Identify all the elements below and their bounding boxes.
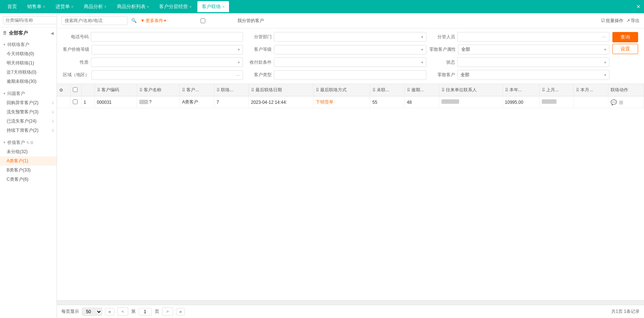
- declining-label: 持续下滑客户(2): [7, 127, 39, 134]
- td-last-month: [539, 96, 574, 108]
- nav-customer-segment-close[interactable]: ×: [189, 5, 192, 9]
- nav-product-analysis[interactable]: 商品分析 ×: [79, 1, 111, 12]
- manager-input[interactable]: ···: [457, 32, 609, 42]
- nav-sales[interactable]: 销售单 ×: [23, 1, 50, 12]
- th-unit-contact[interactable]: ⠿ 往来单位联系人: [439, 84, 502, 96]
- region-input[interactable]: ···: [92, 70, 243, 80]
- link-action-icon[interactable]: ⊞: [619, 99, 623, 105]
- nature-input[interactable]: ▾: [91, 57, 243, 67]
- sidebar-item-today[interactable]: 今天待联络(0): [0, 49, 57, 59]
- th-last-date[interactable]: ⠿ 最后联络日期: [248, 84, 313, 96]
- value-refresh-icon[interactable]: ↻: [26, 141, 29, 145]
- nav-product-list-close[interactable]: ×: [147, 5, 149, 9]
- select-all-checkbox[interactable]: [73, 87, 78, 92]
- sidebar-item-repurchase-abnormal[interactable]: 回购异常客户(2) ℹ: [0, 98, 57, 107]
- th-type[interactable]: ⠿ 客户...: [180, 84, 214, 96]
- next-page-btn[interactable]: ＞: [162, 307, 173, 316]
- nav-home[interactable]: 首页: [3, 1, 21, 12]
- my-customers-check[interactable]: [170, 18, 236, 23]
- th-this-month[interactable]: ⠿ 本月...: [574, 84, 608, 96]
- query-button[interactable]: 查询: [612, 32, 638, 42]
- retail-customer-chevron: ▾: [604, 73, 606, 77]
- nav-customer-contact-close[interactable]: ×: [222, 5, 225, 9]
- nav-customer-contact[interactable]: 客户联络 ×: [197, 1, 229, 12]
- settings-button[interactable]: 设置: [612, 44, 638, 54]
- filter-status: 状态 ▾: [429, 57, 609, 67]
- sidebar-search-input[interactable]: [3, 16, 57, 24]
- per-page-select[interactable]: 50 100: [82, 308, 102, 316]
- batch-operations-btn[interactable]: ☑ 批量操作: [601, 18, 623, 24]
- sidebar-item-churned[interactable]: 已流失客户(24) ℹ: [0, 117, 57, 126]
- sidebar-all-customers[interactable]: ⠿ 全部客户 ◀: [0, 28, 57, 39]
- th-overdue[interactable]: ⠿ 逾期...: [404, 84, 439, 96]
- window-close-icon[interactable]: ×: [636, 3, 640, 11]
- payment-label: 收付款条件: [246, 59, 272, 66]
- page-input[interactable]: [139, 308, 152, 315]
- retail-attr-chevron: ▾: [604, 47, 606, 52]
- value-add-icon[interactable]: ☰: [30, 141, 33, 145]
- th-gear[interactable]: ⚙: [57, 84, 70, 96]
- nav-customer-segment[interactable]: 客户分层经营 ×: [155, 1, 196, 12]
- my-customers-checkbox[interactable]: 我分管的客户: [170, 18, 264, 24]
- dept-input[interactable]: ▾: [274, 32, 426, 42]
- td-checkbox[interactable]: [70, 96, 81, 108]
- more-filters-btn[interactable]: ▼ 更多条件 ▾: [140, 18, 166, 24]
- th-code[interactable]: ⠿ 客户编码: [94, 84, 137, 96]
- price-level-input[interactable]: ▾: [92, 45, 243, 54]
- nav-purchase[interactable]: 进货单 ×: [51, 1, 78, 12]
- phone-input[interactable]: [91, 32, 243, 42]
- th-last-month[interactable]: ⠿ 上月...: [539, 84, 574, 96]
- sidebar-item-declining[interactable]: 持续下滑客户(2) ℹ: [0, 126, 57, 135]
- chat-action-icon[interactable]: 💬: [611, 99, 617, 105]
- th-name[interactable]: ⠿ 客户名称: [137, 84, 180, 96]
- th-action: 联络动作: [608, 84, 644, 96]
- sidebar-item-tomorrow[interactable]: 明天待联络(1): [0, 59, 57, 68]
- th-last-date-label: 最后联络日期: [255, 87, 282, 93]
- sidebar-pending-title[interactable]: ▼ 待联络客户: [0, 40, 57, 49]
- th-contact[interactable]: ⠿ 联络...: [214, 84, 249, 96]
- customer-type-input[interactable]: [274, 70, 426, 80]
- filter-search-icon[interactable]: 🔍: [131, 18, 137, 23]
- th-last-method[interactable]: ⠿ 最后联络方式: [314, 84, 370, 96]
- payment-input[interactable]: ▾: [274, 57, 426, 67]
- row-checkbox[interactable]: [73, 99, 78, 104]
- sidebar-item-overdue[interactable]: 逾期未联络(30): [0, 77, 57, 86]
- last-method-link[interactable]: 下销货单: [316, 99, 333, 105]
- horizontal-scrollbar[interactable]: [57, 300, 644, 305]
- th-last-method-sort: ⠿: [316, 88, 319, 93]
- nav-product-list[interactable]: 商品分析列表 ×: [112, 1, 154, 12]
- customer-level-input[interactable]: ▾: [274, 45, 426, 54]
- td-this-month: [574, 96, 608, 108]
- filter-search-input[interactable]: [61, 16, 128, 25]
- nav-product-analysis-label: 商品分析: [84, 3, 103, 10]
- sidebar-item-class-c[interactable]: C类客户(6): [0, 175, 57, 184]
- sidebar-item-class-a[interactable]: A类客户(1): [0, 156, 57, 166]
- export-btn[interactable]: ↗ 导出: [626, 18, 640, 24]
- td-last-method[interactable]: 下销货单: [314, 96, 370, 108]
- th-last-month-sort: ⠿: [542, 88, 545, 93]
- sidebar-item-churn-warning[interactable]: 流失预警客户(3) ℹ: [0, 107, 57, 117]
- th-this-year[interactable]: ⠿ 本年...: [502, 84, 539, 96]
- status-label: 状态: [429, 59, 455, 66]
- sidebar-item-week[interactable]: 近7天待联络(0): [0, 68, 57, 77]
- sidebar-item-class-b[interactable]: B类客户(33): [0, 166, 57, 175]
- th-contact-label: 联络...: [221, 87, 233, 93]
- th-action-label: 联络动作: [611, 87, 628, 93]
- status-input[interactable]: ▾: [457, 57, 609, 67]
- nav-purchase-close[interactable]: ×: [71, 5, 74, 9]
- gear-icon[interactable]: ⚙: [59, 88, 63, 93]
- th-no-contact[interactable]: ⠿ 未联...: [370, 84, 405, 96]
- th-checkbox[interactable]: [70, 84, 81, 96]
- nav-product-analysis-close[interactable]: ×: [104, 5, 107, 9]
- th-last-date-sort: ⠿: [251, 88, 254, 93]
- retail-customer-input[interactable]: 全部 ▾: [457, 70, 609, 80]
- content-area: 🔍 ▼ 更多条件 ▾ 我分管的客户 ☑ 批量操作 ↗ 导出: [57, 13, 644, 318]
- nav-sales-close[interactable]: ×: [43, 5, 45, 9]
- sidebar-value-title[interactable]: ▼ 价值客户 ↻ ☰: [0, 138, 57, 147]
- first-page-btn[interactable]: «: [105, 308, 114, 315]
- sidebar-item-unclassified[interactable]: 未分组(32): [0, 147, 57, 156]
- prev-page-btn[interactable]: ＜: [117, 307, 128, 316]
- sidebar-problem-title[interactable]: ▼ 问题客户: [0, 89, 57, 98]
- retail-attr-input[interactable]: 全部 ▾: [458, 45, 609, 54]
- last-page-btn[interactable]: »: [176, 308, 185, 315]
